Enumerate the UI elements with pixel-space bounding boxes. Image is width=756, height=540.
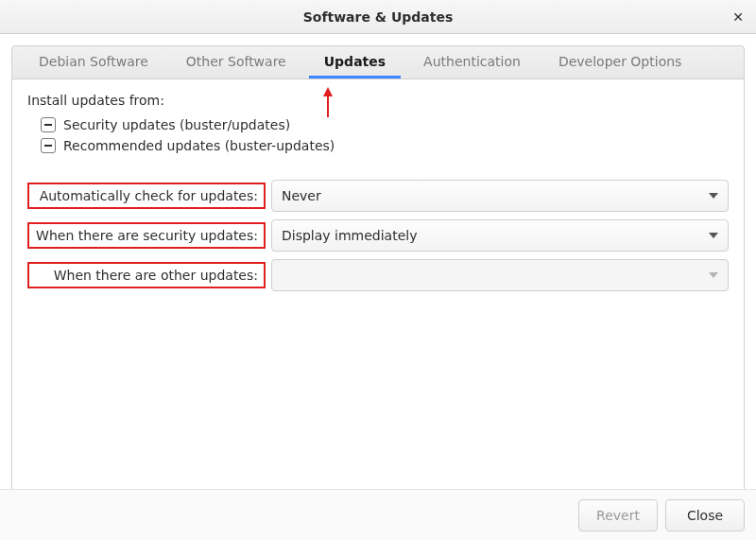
- label-auto-check: Automatically check for updates:: [27, 183, 266, 209]
- checkbox-security-label: Security updates (buster/updates): [63, 117, 290, 132]
- checkbox-security-updates[interactable]: [41, 117, 56, 132]
- chevron-down-icon: [709, 233, 718, 238]
- label-other-updates: When there are other updates:: [27, 262, 266, 288]
- checkbox-recommended-label: Recommended updates (buster-updates): [63, 138, 335, 153]
- install-from-label: Install updates from:: [27, 93, 729, 108]
- title-bar: Software & Updates ✕: [0, 0, 756, 34]
- annotation-arrow-icon: [320, 87, 335, 119]
- combo-auto-check-value: Never: [282, 188, 321, 203]
- row-auto-check: Automatically check for updates: Never: [27, 180, 729, 212]
- dialog-footer: Revert Close: [0, 489, 756, 540]
- tab-developer-options[interactable]: Developer Options: [543, 46, 696, 78]
- close-button[interactable]: Close: [665, 499, 745, 531]
- combo-auto-check[interactable]: Never: [271, 180, 729, 212]
- update-settings: Automatically check for updates: Never W…: [27, 180, 729, 291]
- window-title: Software & Updates: [303, 9, 454, 25]
- chevron-down-icon: [709, 272, 718, 278]
- row-security-updates: When there are security updates: Display…: [27, 219, 729, 252]
- check-row-recommended: Recommended updates (buster-updates): [41, 138, 729, 153]
- tab-bar: Debian Software Other Software Updates A…: [11, 45, 745, 79]
- close-icon[interactable]: ✕: [730, 9, 747, 26]
- tab-authentication[interactable]: Authentication: [408, 46, 536, 78]
- check-row-security: Security updates (buster/updates): [41, 117, 729, 132]
- combo-security-updates[interactable]: Display immediately: [271, 219, 729, 252]
- combo-other-updates: [271, 259, 729, 291]
- content-area: Debian Software Other Software Updates A…: [0, 34, 756, 492]
- label-security-updates: When there are security updates:: [27, 222, 266, 249]
- combo-security-value: Display immediately: [282, 228, 417, 243]
- tab-other-software[interactable]: Other Software: [171, 46, 301, 78]
- tab-updates[interactable]: Updates: [309, 46, 401, 78]
- chevron-down-icon: [709, 193, 718, 199]
- checkbox-recommended-updates[interactable]: [41, 138, 56, 153]
- svg-marker-1: [323, 87, 333, 96]
- tab-debian-software[interactable]: Debian Software: [24, 46, 163, 78]
- revert-button: Revert: [578, 499, 658, 531]
- updates-panel: Install updates from: Security updates (…: [11, 79, 745, 492]
- row-other-updates: When there are other updates:: [27, 259, 729, 291]
